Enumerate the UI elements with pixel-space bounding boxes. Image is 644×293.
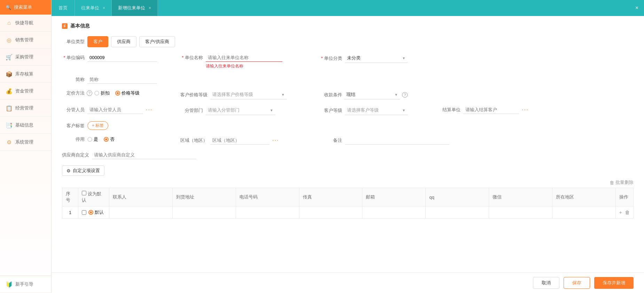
settlement-input[interactable]: [463, 106, 519, 114]
contacts-table: 序号 设为默认 联系人 到货地址 电话号码 传真 邮箱 qq 微信 所在地区: [62, 188, 634, 219]
customer-tag-label: 客户标签: [62, 123, 85, 129]
radio-no[interactable]: 否: [104, 136, 115, 143]
sidebar-item-basic-info[interactable]: 📑 基础信息: [0, 117, 51, 134]
delete-row-button[interactable]: 🗑: [625, 210, 630, 215]
radio-no-label: 否: [110, 136, 115, 143]
manager-row: 分管人员 ··· 分管部门 请输入分管部门 ▼ 客户等级 请选择客户等级 ▼: [62, 106, 634, 115]
tab-new-counterparty-close[interactable]: ×: [149, 6, 151, 10]
tab-counterparty[interactable]: 往来单位 ×: [75, 0, 112, 16]
pricing-radio-group: 折扣 价格等级: [94, 90, 140, 96]
add-row-button[interactable]: +: [619, 210, 622, 215]
sales-icon: ◎: [6, 36, 13, 43]
tab-counterparty-label: 往来单位: [81, 5, 99, 11]
system-icon: ⚙: [6, 139, 13, 146]
settlement-more-btn[interactable]: ···: [522, 107, 528, 113]
tab-new-counterparty[interactable]: 新增往来单位 ×: [112, 0, 158, 16]
select-all-checkbox[interactable]: [82, 191, 86, 195]
main-area: 首页 往来单位 × 新增往来单位 × × F 基本信息 单位类型 客户: [52, 0, 644, 293]
disable-region-row: 停用 是 否 区域（地区） ···: [62, 136, 634, 145]
radio-yes-label: 是: [94, 136, 98, 143]
sidebar-label: 库存核算: [15, 71, 33, 77]
region-more-btn[interactable]: ···: [272, 137, 279, 144]
save-and-new-button[interactable]: 保存并新增: [594, 277, 634, 289]
sidebar-search[interactable]: 🔍 搜索菜单: [0, 0, 51, 15]
sidebar-item-finance[interactable]: 💰 资金管理: [0, 83, 51, 100]
chevron-down-icon: ▼: [394, 93, 398, 97]
unit-category-select[interactable]: 未分类 ▼: [345, 54, 408, 63]
radio-discount[interactable]: 折扣: [94, 90, 110, 96]
save-button[interactable]: 保存: [564, 277, 590, 289]
phone-input[interactable]: [239, 210, 296, 215]
cell-email: [362, 206, 426, 219]
unit-category-group: 单位分类 未分类 ▼: [320, 54, 634, 63]
supplier-custom-input[interactable]: [92, 151, 196, 159]
sidebar-item-sales[interactable]: ◎ 销售管理: [0, 32, 51, 49]
table-actions: 🗑 批量删除: [62, 179, 634, 186]
wechat-input[interactable]: [493, 210, 549, 215]
radio-default[interactable]: 默认: [88, 209, 104, 215]
sidebar-item-system[interactable]: ⚙ 系统管理: [0, 134, 51, 151]
tab-home[interactable]: 首页: [52, 0, 75, 16]
qq-input[interactable]: [429, 210, 485, 215]
customer-level-select[interactable]: 请选择客户等级 ▼: [345, 106, 408, 115]
email-input[interactable]: [366, 210, 422, 215]
radio-price-level[interactable]: 价格等级: [115, 90, 140, 96]
payment-help-icon[interactable]: ?: [402, 92, 408, 98]
home-icon: ⌂: [6, 19, 13, 26]
operations-icon: 📋: [6, 105, 13, 112]
form-content: F 基本信息 单位类型 客户 供应商 客户/供应商 单位编码: [52, 16, 644, 272]
manager-group: 分管人员 ···: [62, 106, 180, 114]
manager-input[interactable]: [87, 106, 143, 114]
customer-price-level-select[interactable]: 请选择客户价格等级 ▼: [210, 90, 287, 99]
sidebar-item-purchase[interactable]: 🛒 采购管理: [0, 49, 51, 66]
tab-counterparty-close[interactable]: ×: [103, 6, 105, 10]
disable-radio-group: 是 否: [87, 136, 115, 143]
section-icon: F: [62, 23, 68, 29]
add-tag-button[interactable]: + 标签: [87, 121, 108, 130]
custom-settings-button[interactable]: ⚙ 自定义项设置: [62, 165, 104, 176]
pricing-method-label: 定价方法: [62, 90, 85, 96]
payment-terms-select[interactable]: 现结 ▼: [344, 90, 400, 99]
remark-label: 备注: [320, 137, 342, 144]
custom-settings-label: 自定义项设置: [73, 168, 100, 174]
short-name-label: 简称: [62, 76, 85, 83]
contact-input[interactable]: [113, 210, 169, 215]
sidebar-item-guide[interactable]: 🔰 新手引导: [0, 276, 51, 293]
col-email: 邮箱: [362, 188, 426, 206]
batch-delete-btn[interactable]: 🗑 批量删除: [610, 179, 634, 186]
remark-input[interactable]: [345, 136, 449, 145]
basic-info-icon: 📑: [6, 122, 13, 129]
disable-label: 停用: [62, 136, 85, 143]
btn-supplier[interactable]: 供应商: [111, 36, 136, 47]
tab-new-counterparty-label: 新增往来单位: [118, 5, 145, 11]
cell-wechat: [489, 206, 552, 219]
cancel-button[interactable]: 取消: [533, 277, 559, 289]
pricing-help-icon[interactable]: ?: [87, 90, 92, 96]
unit-type-label: 单位类型: [62, 39, 85, 45]
department-select[interactable]: 请输入分管部门 ▼: [206, 106, 275, 115]
sidebar-item-operations[interactable]: 📋 经营管理: [0, 100, 51, 117]
radio-price-level-circle: [115, 91, 120, 96]
short-name-input[interactable]: [87, 75, 157, 84]
region-input[interactable]: [210, 136, 269, 145]
address-input[interactable]: [176, 210, 232, 215]
chevron-down-icon: ▼: [270, 108, 273, 112]
sidebar-item-inventory[interactable]: 📦 库存核算: [0, 66, 51, 83]
unit-code-input[interactable]: [87, 54, 157, 62]
col-wechat: 微信: [489, 188, 552, 206]
settlement-label: 结算单位: [438, 107, 461, 113]
manager-more-btn[interactable]: ···: [146, 107, 152, 113]
unit-name-input[interactable]: [206, 54, 282, 62]
region-cell-input[interactable]: [556, 210, 612, 215]
btn-both[interactable]: 客户/供应商: [139, 36, 175, 47]
row-checkbox[interactable]: [82, 210, 86, 215]
btn-customer[interactable]: 客户: [87, 36, 108, 47]
fax-input[interactable]: [303, 210, 359, 215]
radio-default-circle: [88, 210, 93, 215]
guide-icon: 🔰: [6, 281, 13, 288]
sidebar-item-quick-nav[interactable]: ⌂ 快捷导航: [0, 15, 51, 32]
radio-yes[interactable]: 是: [87, 136, 98, 143]
window-close-button[interactable]: ×: [630, 5, 644, 11]
col-actions-header: 操作: [615, 188, 633, 206]
payment-terms-value: 现结: [346, 91, 393, 98]
